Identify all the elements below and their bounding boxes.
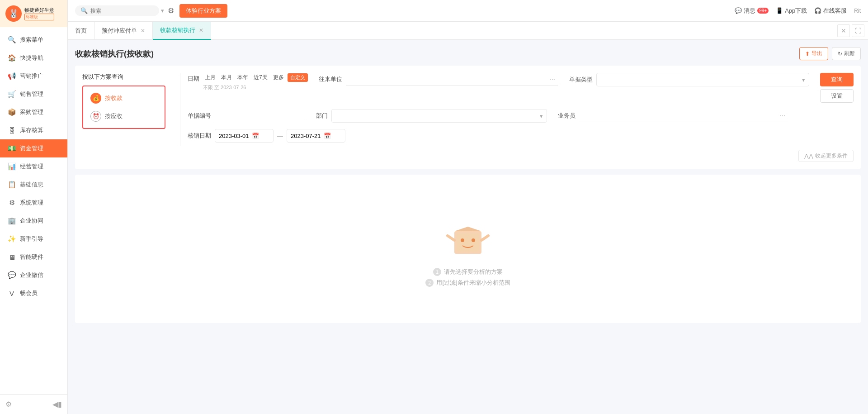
sidebar-item-销售管理[interactable]: 🛒销售管理 — [0, 85, 67, 103]
nav-icon-3: 🛒 — [7, 90, 16, 99]
topbar: 🔍 ▾ ⚙ 体验行业方案 💬 消息 99+ 📱 App下载 🎧 在线客服 Rit — [68, 0, 868, 22]
export-button[interactable]: ⬆ 导出 — [799, 47, 828, 60]
filter-option-by-receipt[interactable]: 💰 按收款 — [86, 89, 162, 107]
search-icon: 🔍 — [80, 7, 88, 14]
sidebar-item-智能硬件[interactable]: 🖥智能硬件 — [0, 248, 67, 266]
sidebar-item-快捷导航[interactable]: 🏠快捷导航 — [0, 49, 67, 67]
partner-field: 往来单位 ··· — [319, 73, 559, 86]
date-btn-last-month[interactable]: 上月 — [203, 73, 217, 82]
nav-label-0: 搜索菜单 — [20, 36, 43, 44]
topbar-actions: 💬 消息 99+ 📱 App下载 🎧 在线客服 Rit — [735, 7, 861, 15]
nav-icon-7: 📊 — [7, 162, 16, 171]
nav-label-11: 新手引导 — [20, 235, 43, 243]
collapse-sidebar-icon[interactable]: ◀▮ — [52, 400, 62, 409]
dept-select[interactable]: ▾ — [331, 109, 547, 123]
settings-icon[interactable]: ⚙ — [5, 400, 12, 409]
query-button[interactable]: 查询 — [820, 73, 854, 86]
refresh-button[interactable]: ↻ 刷新 — [832, 47, 861, 60]
mobile-icon: 📱 — [776, 7, 783, 14]
nav-icon-11: ✨ — [7, 234, 16, 243]
nav-icon-14: V — [7, 289, 16, 298]
app-download-action[interactable]: 📱 App下载 — [776, 7, 807, 15]
expand-tab-button[interactable]: ⛶ — [852, 24, 864, 37]
user-name[interactable]: Rit — [854, 8, 861, 14]
tab-0[interactable]: 首页 — [68, 22, 94, 40]
filter-title: 按以下方案查询 — [82, 73, 165, 81]
date-btn-this-month[interactable]: 本月 — [219, 73, 234, 82]
sidebar-item-经营管理[interactable]: 📊经营管理 — [0, 157, 67, 176]
headset-icon: 🎧 — [814, 7, 821, 14]
doc-type-field: 单据类型 ▾ — [569, 73, 809, 86]
search-input[interactable] — [90, 8, 154, 14]
online-service-action[interactable]: 🎧 在线客服 — [814, 7, 847, 15]
sidebar-item-库存核算[interactable]: 🗄库存核算 — [0, 121, 67, 139]
app-logo-icon: 🐰 — [5, 5, 22, 22]
verify-date-start-input[interactable]: 2023-03-01 📅 — [215, 129, 274, 143]
close-tab-button[interactable]: ✕ — [837, 24, 850, 37]
verify-date-start-value: 2023-03-01 — [219, 133, 249, 139]
sidebar: 🐰 畅捷通好生意 标准版 🔍搜索菜单🏠快捷导航📢营销推广🛒销售管理📦采购管理🗄库… — [0, 0, 68, 414]
doc-type-select[interactable]: ▾ — [596, 73, 809, 86]
nav-label-14: 畅会员 — [20, 289, 38, 297]
sidebar-item-营销推广[interactable]: 📢营销推广 — [0, 67, 67, 85]
message-icon: 💬 — [735, 7, 742, 14]
date-btn-this-year[interactable]: 本年 — [236, 73, 250, 82]
message-action[interactable]: 💬 消息 99+ — [735, 7, 769, 15]
date-label: 日期 — [188, 73, 199, 83]
date-btn-custom[interactable]: 自定义 — [288, 73, 308, 82]
filter-option-by-receivable[interactable]: ⏰ 按应收 — [86, 107, 162, 125]
panel-divider — [180, 73, 180, 146]
receivable-option-icon: ⏰ — [90, 111, 101, 122]
verify-date-end-value: 2023-07-21 — [291, 133, 321, 139]
date-btn-more[interactable]: 更多 — [271, 73, 286, 82]
doc-no-label: 单据编号 — [188, 112, 211, 120]
hint-text-1: 请先选择要分析的方案 — [444, 268, 503, 276]
staff-input[interactable]: ··· — [579, 109, 789, 122]
sidebar-item-采购管理[interactable]: 📦采购管理 — [0, 103, 67, 121]
nav-label-7: 经营管理 — [20, 162, 43, 171]
tab-label-2: 收款核销执行 — [160, 26, 195, 34]
query-row-1: 日期 上月 本月 本年 近7天 更多 自定义 不限 至 — [188, 73, 854, 103]
tab-label-1: 预付冲应付单 — [102, 27, 137, 35]
nav-icon-9: ⚙ — [7, 198, 16, 207]
tabbar: 首页预付冲应付单✕收款核销执行✕ ✕ ⛶ — [68, 22, 868, 40]
solution-button[interactable]: 体验行业方案 — [179, 4, 227, 18]
date-options-group: 上月 本月 本年 近7天 更多 自定义 不限 至 2023-07-26 — [203, 73, 308, 91]
filter-options-box: 💰 按收款 ⏰ 按应收 — [82, 86, 165, 129]
receivable-option-label: 按应收 — [105, 112, 123, 120]
nav-label-1: 快捷导航 — [20, 54, 43, 62]
sidebar-item-企业微信[interactable]: 💬企业微信 — [0, 266, 67, 284]
dept-field: 部门 ▾ — [316, 109, 547, 123]
verify-date-end-input[interactable]: 2023-07-21 📅 — [287, 129, 345, 143]
sidebar-logo: 🐰 畅捷通好生意 标准版 — [0, 0, 67, 27]
receipt-option-label: 按收款 — [105, 94, 123, 102]
search-chevron-icon[interactable]: ▾ — [161, 7, 164, 14]
message-badge: 99+ — [757, 8, 769, 14]
setting-button[interactable]: 设置 — [820, 89, 854, 103]
tab-2[interactable]: 收款核销执行✕ — [153, 22, 211, 40]
svg-rect-1 — [457, 233, 479, 252]
sidebar-item-搜索菜单[interactable]: 🔍搜索菜单 — [0, 31, 67, 49]
sidebar-item-基础信息[interactable]: 📋基础信息 — [0, 176, 67, 194]
app-download-label: App下载 — [785, 7, 807, 15]
sidebar-item-资金管理[interactable]: 💵资金管理 — [0, 139, 67, 157]
sidebar-item-畅会员[interactable]: V畅会员 — [0, 284, 67, 302]
verify-date-label: 核销日期 — [188, 132, 211, 140]
svg-marker-2 — [454, 227, 481, 231]
partner-input[interactable]: ··· — [346, 73, 559, 86]
tab-1[interactable]: 预付冲应付单✕ — [94, 22, 153, 40]
query-form: 日期 上月 本月 本年 近7天 更多 自定义 不限 至 — [188, 73, 854, 146]
nav-icon-10: 🏢 — [7, 216, 16, 225]
topbar-gear-icon[interactable]: ⚙ — [168, 6, 174, 15]
sidebar-item-企业协同[interactable]: 🏢企业协同 — [0, 212, 67, 230]
receipt-option-icon: 💰 — [90, 93, 101, 104]
collapse-more-button[interactable]: ⋀⋀ 收起更多条件 — [798, 150, 854, 162]
tab-close-1[interactable]: ✕ — [141, 28, 145, 34]
sidebar-item-新手引导[interactable]: ✨新手引导 — [0, 230, 67, 248]
topbar-search-box[interactable]: 🔍 — [75, 5, 159, 16]
sidebar-item-系统管理[interactable]: ⚙系统管理 — [0, 194, 67, 212]
doc-no-input[interactable] — [215, 110, 305, 121]
empty-hint-1: 1 请先选择要分析的方案 — [433, 268, 503, 276]
date-btn-7days[interactable]: 近7天 — [252, 73, 269, 82]
tab-close-2[interactable]: ✕ — [199, 27, 203, 33]
